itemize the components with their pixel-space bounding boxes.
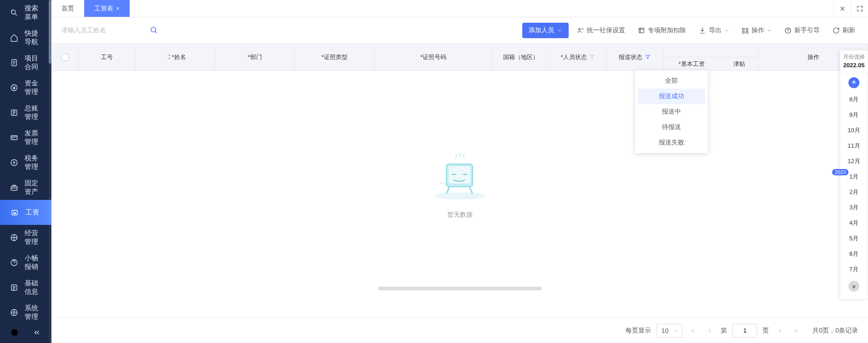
- invoice-icon: [10, 133, 18, 142]
- tab-首页[interactable]: 首页: [51, 0, 84, 17]
- sidebar-item-label: 系统管理: [25, 304, 41, 321]
- tab-工资表[interactable]: 工资表×: [84, 0, 130, 17]
- th-person-status[interactable]: *人员状态: [550, 44, 606, 70]
- month-scroll-down-button[interactable]: [848, 281, 859, 292]
- first-page-button[interactable]: [688, 325, 699, 336]
- svg-point-11: [13, 311, 15, 313]
- filter-option[interactable]: 待报送: [638, 119, 705, 135]
- sidebar-item-info[interactable]: 基础信息: [0, 275, 51, 300]
- sidebar-item-biz[interactable]: 经营管理: [0, 225, 51, 250]
- sidebar-item-label: 基础信息: [25, 279, 41, 296]
- filter-option[interactable]: 报送中: [638, 104, 705, 119]
- settings-icon[interactable]: [10, 328, 19, 337]
- page-input[interactable]: [732, 324, 757, 338]
- deduction-button[interactable]: 专项附加扣除: [633, 23, 691, 38]
- add-person-button[interactable]: 添加人员: [522, 23, 569, 38]
- filter-icon[interactable]: [645, 54, 651, 60]
- month-selector-panel: 月份选择 2022.05 8月9月10月11月12月20231月2月3月4月5月…: [840, 50, 868, 299]
- sidebar-item-ledger[interactable]: 总账管理: [0, 100, 51, 125]
- biz-icon: [10, 233, 18, 242]
- search-input[interactable]: [60, 23, 160, 38]
- svg-point-15: [579, 28, 580, 30]
- th-allowance[interactable]: 津贴: [720, 57, 759, 70]
- sidebar-item-home[interactable]: 快捷导航: [0, 25, 51, 50]
- filter-option[interactable]: 报送成功: [638, 89, 705, 104]
- prev-page-button[interactable]: [704, 325, 715, 336]
- svg-point-21: [785, 28, 791, 33]
- add-person-label: 添加人员: [529, 26, 554, 35]
- filter-icon[interactable]: [590, 54, 595, 60]
- sidebar-item-label: 工资: [25, 208, 39, 217]
- month-item[interactable]: 3月: [840, 200, 868, 215]
- th-idtype[interactable]: *证照类型: [295, 44, 374, 70]
- sidebar: 搜索菜单快捷导航项目合同资金管理总账管理发票管理税务管理固定资产工资经营管理小畅…: [0, 0, 51, 343]
- sidebar-item-expense[interactable]: 小畅报销: [0, 250, 51, 275]
- social-settings-button[interactable]: 统一社保设置: [572, 23, 630, 38]
- th-id[interactable]: 工号: [79, 44, 136, 70]
- asset-icon: [10, 183, 18, 192]
- th-basic-salary[interactable]: *基本工资: [663, 57, 720, 70]
- month-item[interactable]: 6月: [840, 246, 868, 262]
- th-nationality[interactable]: 国籍（地区）: [493, 44, 550, 70]
- export-button[interactable]: 导出: [694, 23, 733, 38]
- expense-icon: [10, 258, 18, 267]
- close-all-tabs-button[interactable]: [833, 0, 851, 17]
- sidebar-item-money[interactable]: 资金管理: [0, 75, 51, 100]
- filter-option[interactable]: 全部: [638, 73, 705, 89]
- horizontal-scrollbar[interactable]: [378, 287, 542, 290]
- operate-button[interactable]: 操作: [737, 23, 776, 38]
- month-item[interactable]: 2月: [840, 184, 868, 200]
- sidebar-item-asset[interactable]: 固定资产: [0, 175, 51, 200]
- svg-rect-20: [746, 31, 748, 33]
- sort-icon[interactable]: [167, 54, 172, 61]
- month-scroll-up-button[interactable]: [848, 77, 859, 88]
- month-panel-year: 2022.05: [840, 62, 868, 74]
- svg-rect-7: [12, 210, 17, 215]
- sidebar-item-system[interactable]: 系统管理: [0, 300, 51, 321]
- sidebar-item-invoice[interactable]: 发票管理: [0, 125, 51, 150]
- empty-state: 暂无数据: [426, 144, 494, 219]
- refresh-button[interactable]: 刷新: [828, 23, 860, 38]
- th-submit-status[interactable]: 报送状态: [606, 44, 663, 70]
- home-icon: [10, 33, 18, 42]
- year-badge: 2023: [832, 169, 848, 175]
- sidebar-item-label: 总账管理: [25, 104, 41, 121]
- month-item[interactable]: 9月: [840, 107, 868, 123]
- month-item[interactable]: 11月: [840, 138, 868, 154]
- search-icon[interactable]: [150, 26, 158, 35]
- sidebar-item-tax[interactable]: 税务管理: [0, 150, 51, 175]
- svg-rect-17: [742, 28, 744, 30]
- page-size-select[interactable]: 10: [656, 324, 683, 338]
- empty-illustration-icon: [426, 144, 494, 203]
- fullscreen-button[interactable]: [851, 0, 868, 17]
- sidebar-item-label: 固定资产: [25, 179, 41, 196]
- month-item[interactable]: 12月: [840, 154, 868, 169]
- page-suffix: 页: [762, 327, 769, 335]
- collapse-icon[interactable]: [32, 328, 41, 337]
- sidebar-item-label: 小畅报销: [25, 254, 41, 271]
- filter-option[interactable]: 报送失败: [638, 135, 705, 150]
- month-item[interactable]: 7月: [840, 262, 868, 277]
- close-icon[interactable]: ×: [116, 5, 120, 12]
- svg-rect-18: [746, 28, 748, 30]
- sidebar-item-salary[interactable]: 工资: [0, 200, 51, 225]
- svg-point-5: [11, 159, 17, 166]
- month-item[interactable]: 8月: [840, 92, 868, 107]
- th-salary-group: [663, 44, 759, 57]
- select-all-checkbox[interactable]: [61, 54, 69, 61]
- sidebar-item-label: 项目合同: [25, 54, 41, 71]
- sidebar-item-doc[interactable]: 项目合同: [0, 50, 51, 75]
- th-dept[interactable]: *部门: [215, 44, 295, 70]
- th-name[interactable]: *姓名: [136, 44, 215, 70]
- next-page-button[interactable]: [774, 325, 785, 336]
- doc-icon: [10, 58, 18, 67]
- month-item[interactable]: 5月: [840, 231, 868, 246]
- month-item[interactable]: 10月: [840, 123, 868, 138]
- guide-button[interactable]: 新手引导: [780, 23, 824, 38]
- svg-point-22: [435, 192, 485, 199]
- sidebar-item-search[interactable]: 搜索菜单: [0, 0, 51, 25]
- last-page-button[interactable]: [791, 325, 802, 336]
- per-page-label: 每页显示: [626, 327, 651, 335]
- th-idno[interactable]: *证照号码: [374, 44, 493, 70]
- month-item[interactable]: 4月: [840, 215, 868, 231]
